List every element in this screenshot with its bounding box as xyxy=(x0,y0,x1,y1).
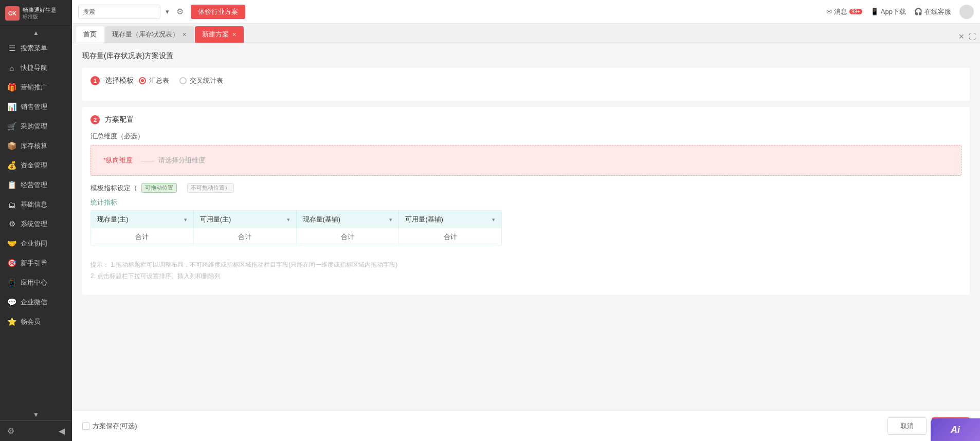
chevron-down-icon-3: ▾ xyxy=(492,216,495,223)
indicator-config-label: 模板指标设定（ xyxy=(90,183,137,193)
app-download-button[interactable]: 📱 App下载 xyxy=(870,7,906,16)
dash-separator: —— xyxy=(141,157,154,164)
tab-new-scheme-close[interactable]: ✕ xyxy=(232,31,237,38)
page-title: 现存量(库存状况表)方案设置 xyxy=(82,51,970,61)
tabbar: 首页 现存量（库存状况表） ✕ 新建方案 ✕ ✕ ⛶ xyxy=(72,24,980,43)
sidebar-item-label: 资金管理 xyxy=(21,161,47,170)
basic-info-icon: 🗂 xyxy=(7,200,16,209)
sidebar-item-label: 基础信息 xyxy=(21,200,47,209)
stats-table-header: 现存量(主) ▾ 可用量(主) ▾ 现存量(基辅) ▾ 可用量(基辅) xyxy=(91,211,501,228)
sidebar-item-quick-nav[interactable]: ⌂ 快捷导航 xyxy=(0,58,72,78)
sidebar-item-member[interactable]: ⭐ 畅会员 xyxy=(0,312,72,332)
sidebar-item-marketing[interactable]: 🎁 营销推广 xyxy=(0,78,72,97)
tab-inventory-status[interactable]: 现存量（库存状况表） ✕ xyxy=(105,26,194,43)
step2-badge: 2 xyxy=(90,115,100,124)
sidebar-item-company[interactable]: 🤝 企业协同 xyxy=(0,234,72,253)
app-download-icon: 📱 xyxy=(870,8,879,15)
topbar: ▾ ⚙ 体验行业方案 ✉ 消息 99+ 📱 App下载 🎧 在线客服 xyxy=(72,0,980,24)
messages-button[interactable]: ✉ 消息 99+ xyxy=(826,7,862,16)
step1-header: 1 选择模板 汇总表 交叉统计表 xyxy=(90,76,961,85)
step1-section: 1 选择模板 汇总表 交叉统计表 xyxy=(82,68,970,101)
cancel-button[interactable]: 取消 xyxy=(887,417,927,435)
sidebar-logo: CK 畅康通好生意 标准版 xyxy=(0,0,72,27)
collapse-icon[interactable]: ◀ xyxy=(59,426,65,436)
user-avatar[interactable] xyxy=(959,5,974,19)
sidebar-item-label: 营销推广 xyxy=(21,83,47,92)
template-radio-group: 汇总表 交叉统计表 xyxy=(139,76,223,85)
sidebar-item-search-menu[interactable]: ☰ 搜索菜单 xyxy=(0,39,72,58)
expand-window-button[interactable]: ⛶ xyxy=(969,32,976,41)
sidebar-scroll-down[interactable]: ▼ xyxy=(0,409,72,420)
save-checkbox[interactable] xyxy=(82,422,89,430)
draggable-badge: 可拖动位置 xyxy=(141,183,177,193)
headset-icon: 🎧 xyxy=(914,8,922,15)
trial-button[interactable]: 体验行业方案 xyxy=(191,5,245,19)
gear-icon[interactable]: ⚙ xyxy=(176,7,184,16)
tab-home[interactable]: 首页 xyxy=(76,26,104,43)
step2-header: 2 方案配置 xyxy=(90,115,961,124)
non-draggable-label: 不可拖动位置） xyxy=(187,183,234,193)
dimension-placeholder: 请选择分组维度 xyxy=(158,156,205,165)
stats-table-body: 合计 合计 合计 合计 xyxy=(91,228,501,246)
stats-section: 统计指标 现存量(主) ▾ 可用量(主) ▾ 现存量(基辅) xyxy=(90,198,961,246)
header-cell-2[interactable]: 现存量(基辅) ▾ xyxy=(297,211,400,228)
header-cell-3[interactable]: 可用量(基辅) ▾ xyxy=(399,211,501,228)
step1-title: 选择模板 xyxy=(105,76,134,85)
sidebar-item-guide[interactable]: 🎯 新手引导 xyxy=(0,253,72,273)
top-dropdown[interactable]: ▾ xyxy=(166,8,169,15)
stats-title: 统计指标 xyxy=(90,198,961,207)
tab-new-scheme-label: 新建方案 xyxy=(202,30,229,39)
step2-section: 2 方案配置 汇总维度（必选） *纵向维度 —— 请选择分组维度 模板指标设定（… xyxy=(82,107,970,295)
header-cell-1[interactable]: 可用量(主) ▾ xyxy=(194,211,297,228)
bottom-bar: 方案保存(可选) 取消 查询 xyxy=(72,411,980,441)
required-field-label: *纵向维度 xyxy=(103,156,133,165)
guide-icon: 🎯 xyxy=(7,259,16,268)
sidebar-item-operations[interactable]: 📋 经营管理 xyxy=(0,175,72,195)
sidebar-item-label: 采购管理 xyxy=(21,122,47,131)
body-cell-0-1: 合计 xyxy=(194,228,297,246)
body-cell-0-3: 合计 xyxy=(399,228,501,246)
chevron-down-icon-0: ▾ xyxy=(184,216,187,223)
app-download-label: App下载 xyxy=(881,7,906,16)
sidebar-item-purchase[interactable]: 🛒 采购管理 xyxy=(0,117,72,136)
sidebar: CK 畅康通好生意 标准版 ▲ ☰ 搜索菜单 ⌂ 快捷导航 🎁 营销推广 📊 销… xyxy=(0,0,72,441)
sidebar-item-finance[interactable]: 💰 资金管理 xyxy=(0,156,72,175)
sidebar-item-label: 系统管理 xyxy=(21,219,47,229)
hint-section: 提示： 1.拖动标题栏可以调整布局，不可跨维度或指标区域拖动栏目字段(只能在同一… xyxy=(90,254,961,287)
sidebar-item-basic-info[interactable]: 🗂 基础信息 xyxy=(0,195,72,214)
sidebar-scroll-up[interactable]: ▲ xyxy=(0,27,72,39)
sidebar-item-wechat[interactable]: 💬 企业微信 xyxy=(0,292,72,312)
online-service-button[interactable]: 🎧 在线客服 xyxy=(914,7,951,16)
tab-new-scheme[interactable]: 新建方案 ✕ xyxy=(195,26,244,43)
tab-inventory-close[interactable]: ✕ xyxy=(182,31,187,38)
main-area: ▾ ⚙ 体验行业方案 ✉ 消息 99+ 📱 App下载 🎧 在线客服 首页 xyxy=(72,0,980,441)
radio-summary-label: 汇总表 xyxy=(149,76,169,85)
header-label-1: 可用量(主) xyxy=(200,215,231,224)
save-option[interactable]: 方案保存(可选) xyxy=(82,421,137,431)
messages-label: 消息 xyxy=(834,7,847,16)
message-icon: ✉ xyxy=(826,8,832,15)
ai-float-button[interactable]: Ai xyxy=(931,418,980,441)
sidebar-item-label: 搜索菜单 xyxy=(21,44,47,53)
member-icon: ⭐ xyxy=(7,317,16,326)
sidebar-item-app-center[interactable]: 📱 应用中心 xyxy=(0,273,72,292)
body-cell-0-0: 合计 xyxy=(91,228,194,246)
close-window-button[interactable]: ✕ xyxy=(958,32,965,41)
sidebar-item-inventory[interactable]: 📦 库存核算 xyxy=(0,136,72,156)
messages-badge: 99+ xyxy=(849,9,862,14)
company-icon: 🤝 xyxy=(7,239,16,248)
hint-text-1: 提示： 1.拖动标题栏可以调整布局，不可跨维度或指标区域拖动栏目字段(只能在同一… xyxy=(90,260,397,271)
sidebar-item-sales[interactable]: 📊 销售管理 xyxy=(0,97,72,117)
step2-title: 方案配置 xyxy=(105,115,134,124)
sidebar-item-system[interactable]: ⚙ 系统管理 xyxy=(0,214,72,234)
system-icon: ⚙ xyxy=(7,219,16,229)
header-cell-0[interactable]: 现存量(主) ▾ xyxy=(91,211,194,228)
required-area[interactable]: *纵向维度 —— 请选择分组维度 xyxy=(90,145,961,176)
radio-summary[interactable]: 汇总表 xyxy=(139,76,169,85)
settings-icon[interactable]: ⚙ xyxy=(7,426,14,436)
indicator-config-row: 模板指标设定（ 可拖动位置 不可拖动位置） xyxy=(90,183,961,193)
search-input[interactable] xyxy=(78,5,160,19)
logo-icon: CK xyxy=(5,6,20,21)
radio-cross[interactable]: 交叉统计表 xyxy=(179,76,223,85)
header-label-2: 现存量(基辅) xyxy=(303,215,341,224)
